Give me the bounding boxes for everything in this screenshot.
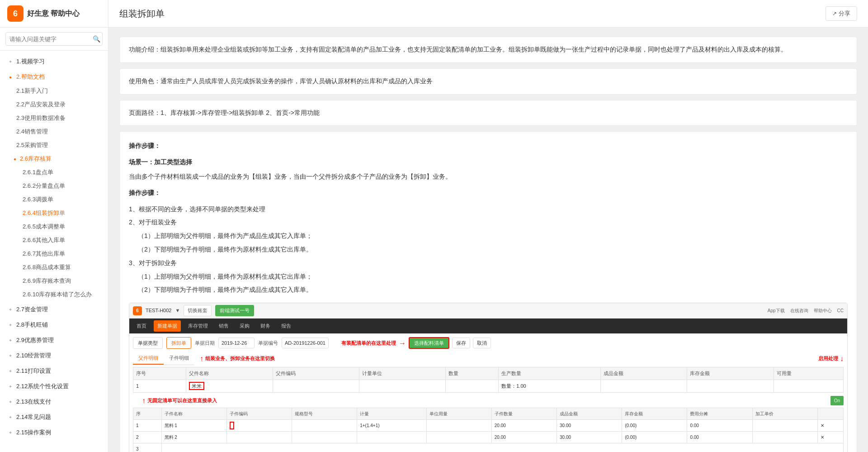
ss-th2-prod-amt: 成品金额	[557, 408, 622, 419]
ss-save-btn[interactable]: 保存	[452, 338, 470, 349]
nav-section-header-2-12[interactable]: ＋ 2.12系统个性化设置	[0, 379, 108, 394]
nav-section-header-2[interactable]: ● 2.帮助文档	[0, 70, 108, 84]
ss-th-parent-code: 父件编码	[273, 367, 359, 380]
ss-app-nav: 首页 新建单据 库存管理 销售 采购 财务 报告	[129, 319, 847, 333]
nav-section-2: ● 2.帮助文档 2.1新手入门 2.2产品安装及登录 2.3使用前数据准备 2…	[0, 70, 108, 301]
sidebar-item-2-6-10[interactable]: 2.6.10库存账本错了怎么办	[0, 288, 108, 301]
ss-tabs-row: 父件明细 子件明细 ↑ 组装业务、拆卸业务在这里切换 启用处理	[133, 352, 844, 366]
ss-td2-pp-1	[752, 419, 817, 431]
nav-section-header-1[interactable]: ＋ 1.视频学习	[0, 54, 108, 69]
on-badge: On	[830, 396, 844, 405]
sidebar-item-2-4[interactable]: 2.4销售管理	[0, 125, 108, 138]
nav-section-2-14: ＋ 2.14常见问题	[0, 410, 108, 424]
ss-nav-inventory[interactable]: 库存管理	[184, 320, 212, 332]
nav-section-header-2-10[interactable]: ＋ 2.10经营管理	[0, 348, 108, 363]
expand-icon-2-15: ＋	[7, 429, 14, 436]
sidebar-item-2-6-9[interactable]: 2.6.9库存账本查询	[0, 274, 108, 288]
nav-section-header-2-11[interactable]: ＋ 2.11打印设置	[0, 364, 108, 378]
ss-nav-new[interactable]: 新建单据	[154, 320, 181, 332]
ss-nav-purchase[interactable]: 采购	[236, 320, 253, 332]
nav-section-header-2-14[interactable]: ＋ 2.14常见问题	[0, 410, 108, 424]
sidebar-item-2-6-4[interactable]: 2.6.4组装拆卸单	[0, 206, 108, 220]
nav-label-2-15: 2.15操作案例	[16, 428, 51, 437]
ss-nav-home[interactable]: 首页	[133, 320, 150, 332]
ss-no-input[interactable]: AD-20191226-001	[282, 338, 329, 349]
page-title: 组装拆卸单	[119, 8, 165, 20]
sidebar-item-2-6-2[interactable]: 2.6.2分量盘点单	[0, 179, 108, 193]
ss-tab-child[interactable]: 子件明细	[164, 352, 194, 365]
sidebar-item-2-3[interactable]: 2.3使用前数据准备	[0, 111, 108, 125]
main-header: 组装拆卸单 ↗ 分享	[108, 0, 868, 28]
ss-nav-finance[interactable]: 财务	[257, 320, 274, 332]
sidebar-item-2-6-7[interactable]: 2.6.7其他出库单	[0, 247, 108, 261]
nav-section-header-2-7[interactable]: ＋ 2.7资金管理	[0, 302, 108, 317]
ss-th2-proc-price: 加工单价	[752, 408, 817, 419]
ss-type-tab1[interactable]: 单据类型	[133, 337, 163, 349]
nav-tree: ＋ 1.视频学习 ● 2.帮助文档 2.1新手入门 2.2产品安装及登录 2.3…	[0, 51, 108, 452]
ss-child-code-input[interactable]	[230, 422, 234, 429]
search-button[interactable]: 🔍	[89, 33, 103, 45]
ss-th2-cost-share: 费用分摊	[687, 408, 752, 419]
ss-td2-unit-2	[357, 431, 426, 443]
ss-arrow1: →	[399, 337, 406, 349]
ss-green-btn[interactable]: 前端测试一号	[215, 305, 254, 316]
search-input[interactable]	[6, 33, 89, 45]
nav-section-2-8: ＋ 2.8手机旺铺	[0, 318, 108, 332]
ss-type-tab2[interactable]: 拆卸单	[166, 337, 191, 349]
nav-section-header-2-13[interactable]: ＋ 2.13在线支付	[0, 395, 108, 409]
ss-th2-ops	[817, 408, 843, 419]
ss-nav-report[interactable]: 报告	[278, 320, 295, 332]
sidebar-item-2-6-8[interactable]: 2.6.8商品成本重算	[0, 261, 108, 274]
ss-nav-sales[interactable]: 销售	[215, 320, 232, 332]
ss-th-qty: 数量	[445, 367, 498, 380]
sidebar-item-2-6-1[interactable]: 2.6.1盘点单	[0, 166, 108, 179]
ss-th-parent-name: 父件名称	[186, 367, 273, 380]
ss-td2-name-1: 黑料 1	[161, 419, 226, 431]
ss-th-stock-amt: 库存金额	[687, 367, 774, 380]
ss-no-label: 单据编号	[258, 339, 278, 347]
nav-section-header-2-15[interactable]: ＋ 2.15操作案例	[0, 425, 108, 440]
expand-icon-1: ＋	[7, 58, 14, 65]
ss-th2-stock-amt: 库存金额	[622, 408, 687, 419]
path-section: 页面路径：1、库存核算->库存管理->组装拆卸单 2、首页->常用功能	[119, 100, 857, 126]
nav-section-header-2-9[interactable]: ＋ 2.9优惠券管理	[0, 333, 108, 347]
sidebar-item-2-5[interactable]: 2.5采购管理	[0, 138, 108, 152]
ss-parent-name-input[interactable]: 米米	[189, 382, 204, 390]
ops-section: 操作步骤： 场景一：加工类型选择 当由多个子件材料组装成一个成品的业务为【组装】…	[119, 131, 857, 452]
scene1-desc: 当由多个子件材料组装成一个成品的业务为【组装】业务，当由一个父件拆分成多个子产品…	[129, 171, 848, 182]
step-3: 3、对于拆卸业务	[129, 258, 848, 269]
share-button[interactable]: ↗ 分享	[826, 6, 857, 21]
search-box: 🔍	[5, 32, 103, 46]
ss-td2-cqty-2: 20.00	[491, 431, 557, 443]
nav-section-2-7: ＋ 2.7资金管理	[0, 302, 108, 317]
sidebar-item-2-2[interactable]: 2.2产品安装及登录	[0, 98, 108, 111]
step-2-2: （2）下部明细为子件明细，最终作为原材料生成其它出库单。	[129, 244, 848, 255]
ss-annotation4-area: ↑ 无固定清单可以在这里直接录入 On	[133, 395, 844, 407]
ss-process-button[interactable]: 选择配料清单	[409, 337, 449, 349]
sidebar-item-2-6-3[interactable]: 2.6.3调拨单	[0, 193, 108, 206]
ss-th2-child-qty: 子件数量	[491, 408, 557, 419]
table-row: 1 米米 数量：1.00	[133, 380, 844, 393]
step-3-1: （1）上部明细为父件明细，最终作为原材料生成其它出库单；	[129, 271, 848, 282]
sidebar-item-2-1[interactable]: 2.1新手入门	[0, 84, 108, 98]
ss-td-stock-amt	[687, 380, 774, 393]
ss-icons: App下载 在线咨询 帮助中心 CC	[768, 307, 844, 314]
nav-section-header-2-8[interactable]: ＋ 2.8手机旺铺	[0, 318, 108, 332]
sidebar-item-2-6-5[interactable]: 2.6.5成本调整单	[0, 220, 108, 233]
ss-dropdown[interactable]: 切换账套	[184, 305, 212, 316]
ss-annotation1-area: 有装配清单的在这里处理 → 选择配料清单 保存 取消	[341, 337, 491, 349]
sidebar-item-2-6-6[interactable]: 2.6.6其他入库单	[0, 233, 108, 247]
ss-td2-seq-3: 3	[133, 443, 162, 452]
nav-section-2-12: ＋ 2.12系统个性化设置	[0, 379, 108, 394]
ss-td-avail	[774, 380, 843, 393]
logo-icon: 6	[7, 5, 24, 22]
ss-row-del-2[interactable]: ✕	[821, 435, 824, 440]
ss-row-del-1[interactable]: ✕	[821, 423, 824, 428]
ss-date-input[interactable]: 2019-12-26	[218, 338, 255, 349]
logo-text: 好生意 帮助中心	[27, 9, 80, 19]
ss-td2-pamt-1: 30.00	[557, 419, 622, 431]
step-2: 2、对于组装业务	[129, 217, 848, 228]
ss-cancel-btn[interactable]: 取消	[473, 338, 491, 349]
nav-sub-section-2-6[interactable]: ● 2.6库存核算	[0, 152, 108, 166]
ss-tab-parent[interactable]: 父件明细	[133, 352, 164, 365]
